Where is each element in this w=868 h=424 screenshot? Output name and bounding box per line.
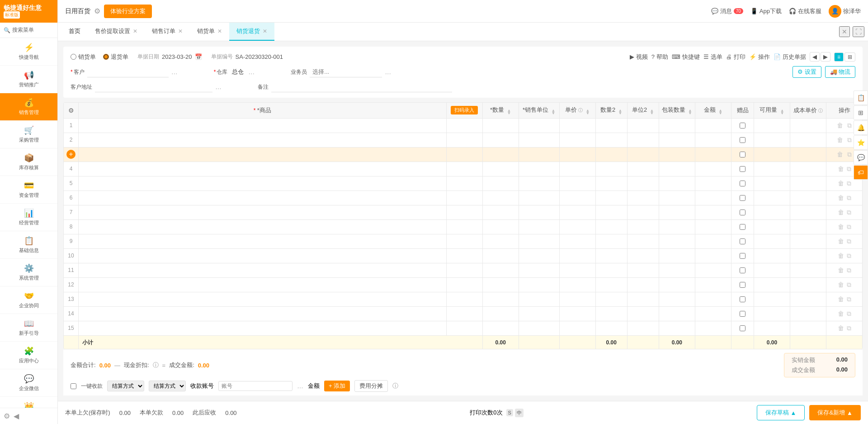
qty-cell[interactable] [482, 162, 519, 176]
gift-checkbox[interactable] [740, 325, 745, 331]
sidebar-item-shortcut[interactable]: ⚡ 快捷导航 [0, 38, 57, 66]
pkg-qty-cell[interactable] [659, 147, 695, 162]
logistics-button[interactable]: 🚚 物流 [825, 66, 855, 78]
calc-method-select[interactable]: 结算方式 [107, 381, 144, 391]
radio-sale-return-input[interactable] [103, 54, 109, 60]
price-cell[interactable] [559, 162, 595, 176]
product-cell[interactable] [79, 321, 447, 335]
fee-split-button[interactable]: 费用分摊 [354, 380, 388, 392]
right-float-btn-4[interactable]: ⭐ [854, 135, 868, 150]
product-input-active[interactable] [81, 151, 443, 158]
grid-view-button[interactable]: ⊞ [844, 52, 855, 62]
product-cell[interactable] [79, 162, 447, 176]
prev-doc-button[interactable]: ◀ [810, 52, 820, 62]
copy-row-button[interactable]: ⧉ [847, 252, 851, 259]
gift-checkbox[interactable] [740, 253, 745, 259]
price-cell[interactable] [559, 263, 595, 277]
qty2-cell[interactable] [595, 133, 627, 147]
sidebar-item-finance[interactable]: 💳 资金管理 [0, 176, 57, 204]
price-sort-icon[interactable]: ▲▼ [586, 109, 590, 115]
available-cell[interactable] [754, 133, 790, 147]
price-cell[interactable] [559, 191, 595, 205]
unit2-sort-icon[interactable]: ▲▼ [650, 109, 654, 115]
right-float-btn-6[interactable]: 🏷 [854, 165, 868, 180]
unit-cell[interactable] [519, 292, 559, 306]
cost-price-cell[interactable] [790, 133, 826, 147]
qty-cell[interactable] [482, 118, 519, 133]
price-cell[interactable] [559, 277, 595, 292]
product-cell[interactable] [79, 306, 447, 321]
copy-row-button[interactable]: ⧉ [847, 281, 851, 288]
unit-cell[interactable] [519, 321, 559, 335]
copy-row-button[interactable]: ⧉ [847, 209, 851, 216]
toolbar-print[interactable]: 🖨 打印 [726, 53, 745, 61]
right-float-btn-3[interactable]: 🔔 [854, 120, 868, 135]
qty-cell[interactable] [482, 133, 519, 147]
copy-row-button[interactable]: ⧉ [847, 151, 852, 158]
unit-cell[interactable] [519, 277, 559, 292]
copy-row-button[interactable]: ⧉ [847, 238, 851, 245]
copy-row-button[interactable]: ⧉ [847, 324, 851, 332]
settings-bottom-icon[interactable]: ⚙ [4, 412, 10, 420]
price-cell[interactable] [559, 219, 595, 234]
product-cell[interactable] [79, 118, 447, 133]
amount-sort-icon[interactable]: ▲▼ [718, 109, 722, 115]
tab-sale-order-close[interactable]: ✕ [178, 28, 183, 34]
available-sort-icon[interactable]: ▲▼ [780, 109, 784, 115]
available-cell[interactable] [754, 147, 790, 162]
product-cell[interactable] [79, 191, 447, 205]
delete-row-button[interactable]: 🗑 [838, 267, 844, 274]
right-float-btn-2[interactable]: ⊞ [854, 105, 868, 120]
address-select-icon[interactable]: … [215, 83, 222, 91]
product-cell[interactable] [79, 176, 447, 191]
unit-cell[interactable] [519, 162, 559, 176]
delete-row-button[interactable]: 🗑 [837, 122, 843, 129]
customer-input[interactable] [87, 67, 169, 77]
unit-cell[interactable] [519, 248, 559, 263]
price-cell[interactable] [559, 321, 595, 335]
pkg-qty-cell[interactable] [659, 118, 695, 133]
amount-cell[interactable] [695, 147, 731, 162]
product-cell[interactable] [79, 219, 447, 234]
next-doc-button[interactable]: ▶ [821, 52, 830, 62]
price-cell[interactable] [559, 205, 595, 219]
delete-row-button[interactable]: 🗑 [838, 238, 844, 245]
app-download-item[interactable]: 📱 App下载 [750, 7, 782, 15]
unit-cell[interactable] [519, 147, 559, 162]
amount-cell[interactable] [695, 133, 731, 147]
tab-sale-order[interactable]: 销售订单 ✕ [145, 23, 190, 41]
tab-close-all-button[interactable]: ✕ [839, 26, 850, 37]
qty-sort-icon[interactable]: ▲▼ [507, 109, 511, 115]
qty-cell[interactable] [482, 176, 519, 191]
price-cell[interactable] [559, 292, 595, 306]
unit2-cell[interactable] [627, 133, 659, 147]
unit-cell[interactable] [519, 234, 559, 248]
sidebar-item-enterprise[interactable]: 🤝 企业协同 [0, 286, 57, 314]
unit2-cell[interactable] [627, 147, 659, 162]
tab-sale-return[interactable]: 销货退货 ✕ [229, 23, 274, 41]
gift-checkbox[interactable] [740, 210, 745, 215]
price-cell[interactable] [559, 248, 595, 263]
gift-checkbox[interactable] [740, 282, 745, 288]
online-service-item[interactable]: 🎧 在线客服 [789, 7, 821, 15]
unit2-cell[interactable] [627, 118, 659, 133]
gift-checkbox[interactable] [740, 137, 745, 143]
price-cell[interactable] [559, 118, 595, 133]
delete-row-button[interactable]: 🗑 [838, 281, 844, 288]
sidebar-item-member[interactable]: 👑 畅会员 [0, 397, 57, 408]
sidebar-item-wechat[interactable]: 💬 企业微信 [0, 369, 57, 397]
gift-checkbox[interactable] [740, 224, 745, 230]
price-cell[interactable] [559, 133, 595, 147]
available-cell[interactable] [754, 118, 790, 133]
unit-cell[interactable] [519, 263, 559, 277]
cost-price-cell[interactable] [790, 118, 826, 133]
collapse-icon[interactable]: ◀ [14, 412, 19, 420]
cost-price-cell[interactable] [790, 147, 826, 162]
sidebar-item-operations[interactable]: 📊 经营管理 [0, 204, 57, 231]
account-dots[interactable]: … [297, 382, 303, 390]
gift-checkbox[interactable] [740, 166, 745, 172]
tab-sale-goods[interactable]: 销货单 ✕ [190, 23, 229, 41]
unit-cell[interactable] [519, 176, 559, 191]
user-item[interactable]: 👤 徐泽华 [829, 5, 861, 18]
help-tip-icon[interactable]: ⓘ [153, 361, 159, 369]
